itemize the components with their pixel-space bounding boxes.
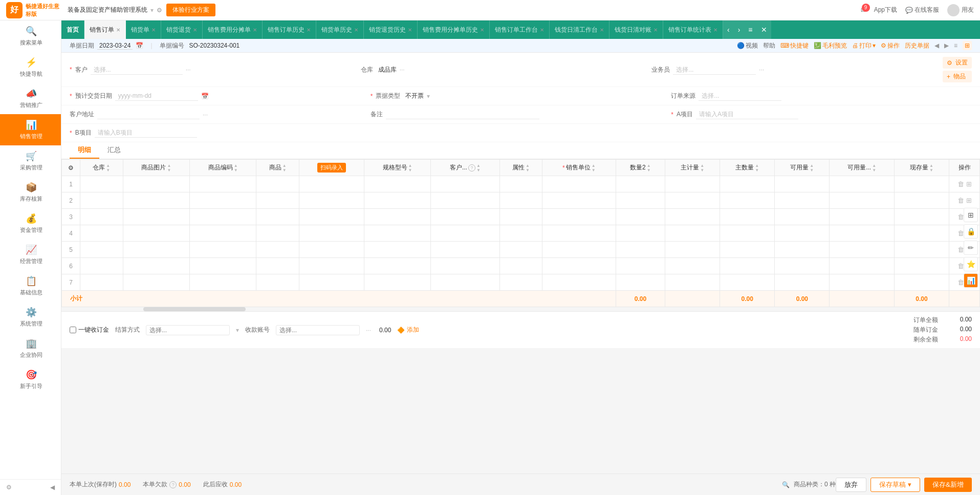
delete-icon-1[interactable]: 🗑 [957, 180, 964, 188]
tab-order-history[interactable]: 销售订单历史 ✕ [263, 20, 316, 39]
discard-button[interactable]: 放弃 [836, 478, 866, 492]
th-main-unit[interactable]: 主计量▲▼ [665, 160, 720, 176]
sidebar-item-guide[interactable]: ⚡ 快捷导航 [0, 52, 61, 83]
save-draft-button[interactable]: 保存草稿 ▾ [870, 478, 920, 492]
th-current-stock[interactable]: 现存量▲▼ [894, 160, 949, 176]
th-attr[interactable]: 属性▲▼ [499, 160, 542, 176]
goods-count-icon[interactable]: 🔍 [782, 481, 790, 488]
industry-solution-button[interactable]: 体验行业方案 [166, 4, 215, 16]
tab-expense-history[interactable]: 销售费用分摊单历史 ✕ [418, 20, 490, 39]
tab-close-expense-history[interactable]: ✕ [480, 27, 484, 33]
operations-link[interactable]: ⚙ 操作 [881, 41, 900, 50]
single-date-value[interactable]: 2023-03-24 [97, 42, 133, 50]
th-scan[interactable]: 扫码录入 [299, 160, 364, 176]
sidebar-item-newbie[interactable]: 🎯 新手引导 [0, 364, 61, 395]
tab-invoice-history[interactable]: 销货单历史 ✕ [316, 20, 364, 39]
tab-close-refund-history[interactable]: ✕ [408, 27, 412, 33]
next-record-icon[interactable]: ▶ [944, 42, 949, 49]
system-dropdown-icon[interactable]: ▾ [150, 7, 154, 14]
save-new-button[interactable]: 保存&新增 [924, 478, 972, 492]
sidebar-item-finance[interactable]: 💰 资金管理 [0, 208, 61, 239]
tab-expense-split[interactable]: 销售费用分摊单 ✕ [203, 20, 263, 39]
settings-icon[interactable]: ⚙ [157, 7, 162, 14]
tab-close-order-history[interactable]: ✕ [307, 27, 311, 33]
th-available2[interactable]: 可用量...▲▼ [830, 160, 895, 176]
sidebar-item-sales[interactable]: 📊 销售管理 [0, 114, 61, 145]
customer-input[interactable] [91, 65, 183, 75]
tab-detail[interactable]: 明细 [70, 142, 99, 159]
th-qty2[interactable]: 数量2▲▼ [616, 160, 665, 176]
sidebar-item-purchase[interactable]: 🛒 采购管理 [0, 145, 61, 177]
sidebar-item-system[interactable]: ⚙️ 系统管理 [0, 302, 61, 333]
tab-close-invoice-history[interactable]: ✕ [354, 27, 358, 33]
th-sales-unit[interactable]: *销售单位▲▼ [542, 160, 616, 176]
help-link[interactable]: 帮助 [763, 41, 775, 50]
add-payment-button[interactable]: 🔶 添加 [397, 326, 419, 334]
sidebar-item-inventory[interactable]: 📦 库存核算 [0, 177, 61, 208]
th-customer-code[interactable]: 客户...?▲▼ [431, 160, 499, 176]
user-menu[interactable]: 用友 [947, 4, 974, 16]
sidebar-item-enterprise[interactable]: 🏢 企业协同 [0, 333, 61, 364]
salesperson-input[interactable] [673, 65, 756, 75]
tab-close-all-button[interactable]: ✕ [757, 20, 771, 39]
invoice-dropdown-icon[interactable]: ▾ [427, 93, 430, 100]
tab-sales-stats[interactable]: 销售订单统计表 ✕ [663, 20, 723, 39]
tab-close-refund[interactable]: ✕ [193, 27, 197, 33]
th-available1[interactable]: 可用量▲▼ [775, 160, 830, 176]
sidebar-item-search[interactable]: 🔍 搜索菜单 [0, 20, 61, 52]
tab-close-cash-workbench[interactable]: ✕ [600, 27, 604, 33]
tab-refund-history[interactable]: 销货退货历史 ✕ [364, 20, 418, 39]
last-lower-help-icon[interactable]: ? [169, 481, 177, 488]
th-spec[interactable]: 规格型号▲▼ [364, 160, 430, 176]
sidebar-settings-icon[interactable]: ⚙ [6, 484, 12, 491]
customer-more-icon[interactable]: ··· [186, 66, 191, 73]
tab-summary[interactable]: 汇总 [99, 142, 129, 159]
shortcut-link[interactable]: ⌨ 快捷键 [780, 41, 809, 50]
th-main-qty[interactable]: 主数量▲▼ [720, 160, 775, 176]
print-link[interactable]: 🖨 打印 ▾ [852, 41, 876, 50]
th-goods[interactable]: 商品▲▼ [256, 160, 299, 176]
copy-icon-2[interactable]: ⊞ [966, 197, 972, 204]
tab-cash-reconcile[interactable]: 钱货日清对账 ✕ [609, 20, 663, 39]
payment-method-input[interactable] [146, 325, 230, 335]
horizontal-scrollbar[interactable] [143, 307, 246, 311]
float-btn-3[interactable]: ✏ [964, 241, 978, 255]
tab-close-sales-order[interactable]: ✕ [116, 27, 120, 33]
one-click-checkout-checkbox[interactable]: 一键收订金 [70, 326, 109, 334]
scan-button[interactable]: 扫码录入 [317, 163, 346, 173]
float-btn-1[interactable]: ⊞ [964, 208, 978, 222]
th-warehouse[interactable]: 仓库▲▼ [80, 160, 123, 176]
tab-home[interactable]: 首页 [61, 20, 84, 39]
delete-icon-2[interactable]: 🗑 [957, 197, 964, 204]
tab-order-workbench[interactable]: 销售订单工作台 ✕ [490, 20, 550, 39]
calendar-icon[interactable]: 📅 [136, 42, 143, 49]
th-code[interactable]: 商品编码▲▼ [190, 160, 256, 176]
remarks-input[interactable] [386, 110, 539, 119]
float-btn-2[interactable]: 🔒 [964, 224, 978, 239]
add-goods-button[interactable]: + 物品 [943, 71, 972, 82]
notification-area[interactable]: ✉ 9 [861, 7, 866, 14]
float-btn-4[interactable]: ⭐ [964, 257, 978, 271]
tab-prev-button[interactable]: ‹ [723, 20, 734, 39]
expected-date-input[interactable] [115, 91, 198, 101]
order-source-input[interactable] [699, 91, 781, 101]
th-image[interactable]: 商品图片▲▼ [123, 160, 189, 176]
warehouse-more-icon[interactable]: ··· [400, 66, 405, 73]
profit-preview-link[interactable]: 💹 毛利预览 [814, 41, 847, 50]
float-btn-5[interactable]: 📊 [964, 273, 978, 288]
copy-icon-1[interactable]: ⊞ [966, 180, 972, 188]
tab-sales-refund[interactable]: 销货退货 ✕ [161, 20, 203, 39]
settings-button[interactable]: ⚙ 设置 [943, 57, 972, 69]
tab-sales-invoice[interactable]: 销货单 ✕ [126, 20, 161, 39]
save-draft-dropdown-icon[interactable]: ▾ [908, 481, 911, 488]
tab-close-stats[interactable]: ✕ [713, 27, 717, 33]
project-b-input[interactable] [95, 128, 197, 138]
tab-next-button[interactable]: › [734, 20, 745, 39]
tab-sales-order[interactable]: 销售订单 ✕ [84, 20, 126, 39]
customer-address-more[interactable]: ··· [203, 111, 208, 118]
full-screen-icon[interactable]: ⊞ [963, 41, 972, 50]
tab-close-cash-reconcile[interactable]: ✕ [654, 27, 658, 33]
expected-date-icon[interactable]: 📅 [201, 93, 209, 100]
online-service-link[interactable]: 💬 在线客服 [905, 6, 939, 14]
tab-close-expense[interactable]: ✕ [253, 27, 257, 33]
